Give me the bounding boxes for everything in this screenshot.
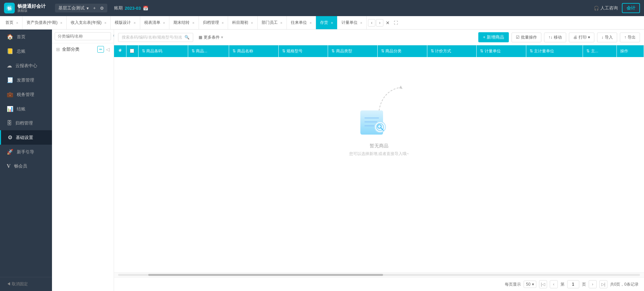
sidebar-item-basic-settings[interactable]: ⚙ 基础设置 (0, 130, 52, 145)
sidebar-item-invoice[interactable]: 🧾 发票管理 (0, 73, 52, 87)
th-name-label: ⇅ 商品名称 (232, 49, 253, 53)
th-type[interactable]: ⇅ 商品类型 (328, 45, 378, 57)
tab-dept-employee-label: 部门员工 (262, 20, 278, 26)
close-icon[interactable]: × (310, 21, 312, 25)
prev-page-button[interactable]: ‹ (550, 280, 558, 288)
dropdown-icon: ▾ (87, 6, 89, 11)
select-all-checkbox[interactable] (130, 49, 134, 53)
tab-subject-init[interactable]: 科目期初 × (228, 16, 257, 30)
settings-icon[interactable]: ⚙ (100, 6, 104, 11)
search-icon[interactable]: 🔍 (184, 35, 190, 40)
company-selector[interactable]: 基层工会测试 ▾ ＋ ⚙ (55, 4, 107, 12)
print-button[interactable]: 🖨 打印 ▾ (569, 33, 594, 42)
sidebar-item-ledger[interactable]: 📒 总账 (0, 44, 52, 58)
toolbar-actions: + 新增商品 ☑ 批量操作 ↑↓ 移动 🖨 打印 ▾ (478, 32, 640, 42)
add-product-button[interactable]: + 新增商品 (478, 32, 509, 42)
close-icon[interactable]: × (360, 21, 362, 25)
sidebar-item-cloud-reports-label: 云报表中心 (15, 63, 37, 69)
tab-income-expense-label: 收入支出表(年报) (71, 20, 102, 26)
table-area: ⇅ 商品条码 ⇅ 商品... ⇅ 商品名称 ⇅ 规格型号 (114, 45, 644, 272)
tab-template-design[interactable]: 模版设计 × (111, 16, 140, 30)
first-page-button[interactable]: |◁ (539, 280, 547, 288)
tab-archive[interactable]: 归档管理 × (199, 16, 228, 30)
batch-operation-button[interactable]: ☑ 批量操作 (512, 33, 541, 42)
move-button[interactable]: ↑↓ 移动 (544, 33, 566, 42)
tab-period-close-label: 期末结转 (173, 20, 190, 26)
next-page-button[interactable]: › (589, 280, 597, 288)
th-pricing[interactable]: ⇅ 计价方式 (427, 45, 477, 57)
chevron-down-icon: ▾ (221, 35, 223, 40)
category-search-input[interactable] (55, 32, 111, 40)
sidebar-item-home-label: 首页 (17, 34, 25, 40)
account-button[interactable]: 会计 (622, 3, 640, 13)
h-scrollbar-thumb[interactable] (148, 274, 383, 276)
sidebar-item-member[interactable]: V 畅会员 (0, 159, 52, 173)
th-action-label: 操作 (620, 49, 628, 53)
tab-prev-btn[interactable]: ‹ (368, 19, 375, 27)
th-name[interactable]: ⇅ 商品名称 (229, 45, 279, 57)
collapse-icon[interactable]: ◁ (106, 47, 110, 52)
tab-balance-sheet[interactable]: 资产负债表(中期) × (22, 16, 66, 30)
more-conditions-label: 更多条件 (204, 35, 220, 40)
sidebar-item-guide[interactable]: 🚀 新手引导 (0, 145, 52, 159)
edit-icon[interactable]: ✏ (97, 46, 104, 53)
close-icon[interactable]: × (104, 21, 106, 25)
tab-close-all-btn[interactable]: ✕ (384, 19, 391, 27)
product-search-box[interactable]: 搜索条码/编码/名称/规格型号/别名 🔍 (118, 33, 193, 42)
all-category-row[interactable]: ⊞ 全部分类 ✏ ◁ (52, 43, 114, 55)
more-conditions-button[interactable]: ▦ 更多条件 ▾ (196, 33, 226, 42)
tab-period-close[interactable]: 期末结转 × (169, 16, 199, 30)
th-category[interactable]: ⇅ 商品分类 (378, 45, 427, 57)
tab-income-expense[interactable]: 收入支出表(年报) × (67, 16, 111, 30)
th-code[interactable]: ⇅ 商品... (188, 45, 229, 57)
all-category-label: 全部分类 (62, 46, 79, 52)
tab-expand-btn[interactable]: ⛶ (392, 19, 399, 27)
tab-next-btn[interactable]: › (376, 19, 383, 27)
print-dropdown-icon: ▾ (588, 35, 590, 40)
close-icon[interactable]: × (133, 21, 136, 25)
tab-home[interactable]: 首页 × (1, 16, 22, 30)
tab-unit[interactable]: 计量单位 × (337, 16, 367, 30)
close-icon[interactable]: × (16, 21, 18, 25)
close-icon[interactable]: × (280, 21, 282, 25)
close-icon[interactable]: × (331, 21, 333, 25)
calendar-icon[interactable]: 📅 (143, 6, 148, 11)
th-main-abbr[interactable]: ⇅ 主... (583, 45, 617, 57)
per-page-selector[interactable]: 50 ▾ (524, 281, 536, 288)
tab-inventory[interactable]: 存货 × (316, 16, 337, 30)
svg-text:畅: 畅 (7, 6, 11, 11)
consulting-button[interactable]: 🎧 人工咨询 (594, 5, 618, 11)
product-table: ⇅ 商品条码 ⇅ 商品... ⇅ 商品名称 ⇅ 规格型号 (114, 45, 644, 184)
th-checkbox[interactable] (126, 45, 139, 57)
close-icon[interactable]: × (60, 21, 62, 25)
sidebar-unpin-button[interactable]: ◀ 取消固定 (0, 277, 52, 291)
close-icon[interactable]: × (163, 21, 165, 25)
import-button[interactable]: ↓ 导入 (597, 33, 617, 42)
th-settings[interactable] (114, 45, 126, 57)
plus-icon[interactable]: ＋ (92, 5, 97, 11)
last-page-button[interactable]: ▷| (599, 280, 607, 288)
batch-op-label: 批量操作 (521, 35, 537, 40)
sidebar-item-closing[interactable]: 📊 结账 (0, 102, 52, 116)
per-page-value: 50 (526, 282, 530, 287)
sidebar-item-tax[interactable]: 💼 税务管理 (0, 87, 52, 102)
close-icon[interactable]: × (222, 21, 224, 25)
tab-customer[interactable]: 往来单位 × (287, 16, 316, 30)
th-unit[interactable]: ⇅ 计量单位 (477, 45, 526, 57)
close-icon[interactable]: × (192, 21, 194, 25)
page-number-input[interactable] (567, 280, 579, 288)
tab-tax-list[interactable]: 税表清单 × (140, 16, 169, 30)
h-scrollbar-track[interactable] (118, 274, 640, 276)
th-barcode[interactable]: ⇅ 商品条码 (139, 45, 188, 57)
sidebar-item-cloud-reports[interactable]: ☁ 云报表中心 (0, 58, 52, 73)
sidebar-item-archive[interactable]: 🗄 归档管理 (0, 116, 52, 130)
close-icon[interactable]: × (251, 21, 253, 25)
th-main-unit[interactable]: ⇅ 主计量单位 (526, 45, 583, 57)
move-icon: ↑↓ (548, 35, 552, 40)
export-button[interactable]: ↑ 导出 (620, 33, 640, 42)
th-spec[interactable]: ⇅ 规格型号 (278, 45, 328, 57)
tab-dept-employee[interactable]: 部门员工 × (258, 16, 287, 30)
tab-subject-init-label: 科目期初 (232, 20, 248, 26)
tab-home-label: 首页 (5, 20, 13, 26)
sidebar-item-home[interactable]: 🏠 首页 (0, 30, 52, 44)
